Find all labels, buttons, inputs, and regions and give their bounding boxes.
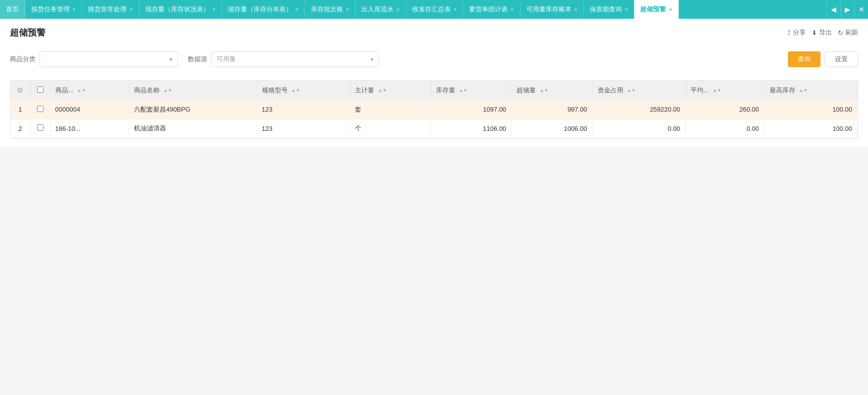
table-header-row: ⚙ 商品... ▲▼ 商品名称 ▲▼ 规格型号 ▲▼	[10, 80, 858, 100]
col-spec: 规格型号 ▲▼	[257, 80, 349, 100]
close-icon[interactable]: ×	[396, 6, 399, 12]
nav-item-task-mgmt[interactable]: 拣货任务管理 ×	[25, 0, 82, 19]
row-num-cell: 1	[10, 100, 30, 119]
nav-item-quality[interactable]: 保质期查询 ×	[584, 0, 634, 19]
gear-icon[interactable]: ⚙	[17, 86, 23, 94]
data-table: ⚙ 商品... ▲▼ 商品名称 ▲▼ 规格型号 ▲▼	[10, 80, 858, 138]
close-icon[interactable]: ×	[213, 6, 216, 12]
export-icon: ⬇	[812, 29, 817, 37]
row-checkbox[interactable]	[37, 124, 43, 131]
col-name: 商品名称 ▲▼	[129, 80, 257, 100]
row-avg: 0.00	[686, 119, 764, 138]
share-icon: ⤴	[787, 29, 791, 37]
close-icon[interactable]: ×	[511, 6, 514, 12]
nav-item-home[interactable]: 首页	[0, 0, 25, 19]
close-icon[interactable]: ×	[346, 6, 349, 12]
nav-item-overstock[interactable]: 超储预警 ×	[634, 0, 678, 19]
sort-icon[interactable]: ▲▼	[164, 88, 173, 93]
row-avg: 260.00	[686, 100, 764, 119]
nav-item-available[interactable]: 可用量库存账本 ×	[521, 0, 584, 19]
row-capital: 0.00	[592, 119, 685, 138]
close-icon[interactable]: ×	[625, 6, 628, 12]
nav-item-order-stat[interactable]: 要货单统计表 ×	[463, 0, 520, 19]
filter-bar: 商品分类 ▾ 数据源 可用量 ▾ 查询 设置	[10, 46, 858, 72]
category-filter: 商品分类 ▾	[10, 51, 178, 67]
close-icon[interactable]: ×	[669, 6, 672, 12]
chevron-down-icon: ▾	[371, 56, 374, 63]
row-checkbox[interactable]	[37, 106, 43, 112]
datasource-select[interactable]: 可用量 ▾	[211, 51, 379, 67]
row-name: 六配套新昌490BPG	[129, 100, 257, 119]
col-avg: 平均... ▲▼	[686, 80, 764, 100]
row-checkbox-cell	[30, 119, 50, 138]
sort-icon[interactable]: ▲▼	[799, 88, 808, 93]
datasource-filter: 数据源 可用量 ▾	[188, 51, 379, 67]
row-spec: 123	[257, 119, 349, 138]
row-unit: 个	[350, 119, 431, 138]
share-button[interactable]: ⤴ 分享	[787, 28, 806, 37]
col-stock: 库存量 ▲▼	[431, 80, 512, 100]
sort-icon[interactable]: ▲▼	[459, 88, 468, 93]
close-icon[interactable]: ×	[454, 6, 457, 12]
page-header: 超储预警 ⤴ 分享 ⬇ 导出 ↻ 刷新	[10, 27, 858, 39]
nav-item-flow[interactable]: 出入库流水 ×	[355, 0, 406, 19]
top-navigation: 首页 拣货任务管理 × 拣货异常处理 × 现存量（库存状况表） × 现存量（库存…	[0, 0, 868, 19]
category-select[interactable]: ▾	[40, 51, 178, 67]
refresh-icon: ↻	[838, 29, 843, 37]
nav-arrows: ◀ ▶ ✕	[826, 0, 868, 19]
col-overstock: 超储量 ▲▼	[512, 80, 593, 100]
nav-item-batch[interactable]: 库存批次账 ×	[305, 0, 355, 19]
select-all-cell	[30, 80, 50, 100]
sort-icon[interactable]: ▲▼	[627, 88, 636, 93]
page-content: 超储预警 ⤴ 分享 ⬇ 导出 ↻ 刷新 商品分类 ▾ 数据源	[0, 19, 868, 147]
sort-icon[interactable]: ▲▼	[540, 88, 549, 93]
col-capital: 资金占用 ▲▼	[592, 80, 685, 100]
close-icon[interactable]: ×	[73, 6, 76, 12]
settings-button[interactable]: 设置	[825, 51, 858, 67]
nav-item-stock-dist[interactable]: 现存量（库存分布表） ×	[222, 0, 304, 19]
filter-buttons: 查询 设置	[788, 51, 858, 67]
close-icon[interactable]: ×	[574, 6, 577, 12]
nav-item-exception[interactable]: 拣货异常处理 ×	[82, 0, 139, 19]
nav-item-summary[interactable]: 收发存汇总表 ×	[406, 0, 463, 19]
table-row: 1 0000004 六配套新昌490BPG 123 套 1097.00 997.…	[10, 100, 858, 119]
row-overstock: 997.00	[512, 100, 593, 119]
col-code: 商品... ▲▼	[50, 80, 129, 100]
row-stock: 1106.00	[431, 119, 512, 138]
row-num-cell: 2	[10, 119, 30, 138]
nav-prev-button[interactable]: ◀	[826, 0, 840, 19]
datasource-label: 数据源	[188, 55, 207, 64]
nav-item-stock-status[interactable]: 现存量（库存状况表） ×	[139, 0, 222, 19]
row-unit: 套	[350, 100, 431, 119]
category-label: 商品分类	[10, 55, 36, 64]
data-table-container: ⚙ 商品... ▲▼ 商品名称 ▲▼ 规格型号 ▲▼	[10, 80, 858, 139]
refresh-button[interactable]: ↻ 刷新	[838, 28, 858, 37]
row-code: 186-10...	[50, 119, 129, 138]
row-name: 机油滤清器	[129, 119, 257, 138]
page-title: 超储预警	[10, 27, 45, 39]
sort-icon[interactable]: ▲▼	[291, 88, 300, 93]
row-spec: 123	[257, 100, 349, 119]
nav-close-button[interactable]: ✕	[854, 0, 868, 19]
row-max-stock: 100.00	[764, 119, 858, 138]
export-button[interactable]: ⬇ 导出	[812, 28, 832, 37]
select-all-checkbox[interactable]	[37, 86, 43, 93]
row-stock: 1097.00	[431, 100, 512, 119]
query-button[interactable]: 查询	[788, 51, 821, 67]
sort-icon[interactable]: ▲▼	[713, 88, 722, 93]
sort-icon[interactable]: ▲▼	[378, 88, 387, 93]
row-checkbox-cell	[30, 100, 50, 119]
settings-gear-cell: ⚙	[10, 80, 30, 100]
table-row: 2 186-10... 机油滤清器 123 个 1106.00 1006.00 …	[10, 119, 858, 138]
col-unit: 主计量 ▲▼	[350, 80, 431, 100]
row-overstock: 1006.00	[512, 119, 593, 138]
close-icon[interactable]: ×	[295, 6, 298, 12]
chevron-down-icon: ▾	[170, 56, 173, 63]
row-code: 0000004	[50, 100, 129, 119]
header-actions: ⤴ 分享 ⬇ 导出 ↻ 刷新	[787, 28, 858, 37]
col-max-stock: 最高库存 ▲▼	[764, 80, 858, 100]
nav-next-button[interactable]: ▶	[840, 0, 854, 19]
row-max-stock: 100.00	[764, 100, 858, 119]
close-icon[interactable]: ×	[130, 6, 132, 12]
sort-icon[interactable]: ▲▼	[77, 88, 86, 93]
